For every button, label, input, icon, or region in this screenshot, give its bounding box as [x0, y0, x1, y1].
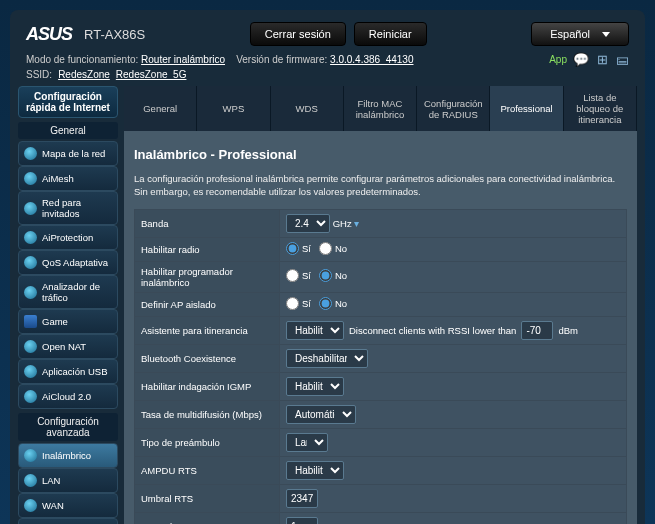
ssid-label: SSID: — [26, 69, 52, 80]
row-igmp-label: Habilitar indagación IGMP — [135, 372, 280, 400]
roam-select[interactable]: Habilitar — [286, 321, 344, 340]
tab-filtro-mac-inalámbrico[interactable]: Filtro MAC inalámbrico — [344, 86, 417, 131]
sidebar-item-analizador-de-tráfico[interactable]: Analizador de tráfico — [18, 275, 118, 309]
tab-wds[interactable]: WDS — [271, 86, 344, 131]
row-ampdurts-label: AMPDU RTS — [135, 456, 280, 484]
row-sched-label: Habilitar programador inalámbrico — [135, 261, 280, 292]
sched-no[interactable] — [319, 269, 332, 282]
fw-label: Versión de firmware: — [236, 54, 327, 65]
row-rts-label: Umbral RTS — [135, 484, 280, 512]
tab-configuración-de-radius[interactable]: Configuración de RADIUS — [417, 86, 490, 131]
menu-icon — [24, 365, 37, 378]
tab-professional[interactable]: Professional — [490, 86, 563, 131]
menu-icon — [24, 499, 37, 512]
menu-icon — [24, 315, 37, 328]
tab-general[interactable]: General — [124, 86, 197, 131]
mode-link[interactable]: Router inalámbrico — [141, 54, 225, 65]
preamble-select[interactable]: Largo — [286, 433, 328, 452]
menu-icon — [24, 202, 37, 215]
sched-yes[interactable] — [286, 269, 299, 282]
row-band-label: Banda — [135, 209, 280, 237]
brand-logo: ASUS — [26, 24, 72, 45]
sidebar-item-mapa-de-la-red[interactable]: Mapa de la red — [18, 141, 118, 166]
sidebar-label: Game — [42, 316, 68, 327]
band-unit: GHz — [333, 218, 352, 229]
row-bt-label: Bluetooth Coexistence — [135, 344, 280, 372]
section-general: General — [18, 122, 118, 139]
menu-icon — [24, 449, 37, 462]
tab-wps[interactable]: WPS — [197, 86, 270, 131]
sidebar-label: Red para invitados — [42, 197, 112, 219]
tab-lista-de-bloqueo-de-itinerancia[interactable]: Lista de bloqueo de itinerancia — [564, 86, 637, 131]
sidebar-item-red-para-invitados[interactable]: Red para invitados — [18, 191, 118, 225]
radio-no[interactable] — [319, 242, 332, 255]
sidebar-item-game[interactable]: Game — [18, 309, 118, 334]
sidebar-item-amazon-alexa[interactable]: Amazon Alexa — [18, 518, 118, 524]
sidebar-label: Open NAT — [42, 341, 86, 352]
row-mcast-label: Tasa de multidifusión (Mbps) — [135, 400, 280, 428]
roam-text1: Disconnect clients with RSSI lower than — [349, 325, 516, 336]
igmp-select[interactable]: Habilitar — [286, 377, 344, 396]
apiso-no[interactable] — [319, 297, 332, 310]
sidebar-label: Analizador de tráfico — [42, 281, 112, 303]
sidebar-item-aplicación-usb[interactable]: Aplicación USB — [18, 359, 118, 384]
menu-icon — [24, 390, 37, 403]
feedback-icon[interactable]: 💬 — [573, 52, 589, 67]
sidebar-item-qos-adaptativa[interactable]: QoS Adaptativa — [18, 250, 118, 275]
row-preamble-label: Tipo de preámbulo — [135, 428, 280, 456]
menu-icon — [24, 231, 37, 244]
sidebar-label: AiProtection — [42, 232, 93, 243]
logout-button[interactable]: Cerrar sesión — [250, 22, 346, 46]
menu-icon — [24, 147, 37, 160]
sidebar-item-aiprotection[interactable]: AiProtection — [18, 225, 118, 250]
quick-setup-button[interactable]: Configuración rápida de Internet — [18, 86, 118, 118]
bt-select[interactable]: Deshabilitar — [286, 349, 368, 368]
sidebar-label: Inalámbrico — [42, 450, 91, 461]
band-select[interactable]: 2.4 — [286, 214, 330, 233]
netmap-icon[interactable]: ⊞ — [597, 52, 608, 67]
reboot-button[interactable]: Reiniciar — [354, 22, 427, 46]
sidebar-label: Mapa de la red — [42, 148, 105, 159]
menu-icon — [24, 256, 37, 269]
sidebar-label: LAN — [42, 475, 60, 486]
sidebar-label: Aplicación USB — [42, 366, 107, 377]
sidebar-item-open-nat[interactable]: Open NAT — [18, 334, 118, 359]
ampdurts-select[interactable]: Habilitar — [286, 461, 344, 480]
sidebar-label: AiMesh — [42, 173, 74, 184]
rssi-input[interactable] — [521, 321, 553, 340]
sidebar-item-aimesh[interactable]: AiMesh — [18, 166, 118, 191]
radio-yes[interactable] — [286, 242, 299, 255]
apiso-yes[interactable] — [286, 297, 299, 310]
panel-title: Inalámbrico - Professional — [134, 141, 627, 172]
mode-label: Modo de funcionamiento: — [26, 54, 138, 65]
language-selector[interactable]: Español — [531, 22, 629, 46]
row-apiso-label: Definir AP aislado — [135, 292, 280, 316]
ssid1-link[interactable]: RedesZone — [58, 69, 110, 80]
sidebar-item-wan[interactable]: WAN — [18, 493, 118, 518]
rts-input[interactable] — [286, 489, 318, 508]
app-link[interactable]: App — [549, 54, 567, 65]
menu-icon — [24, 474, 37, 487]
menu-icon — [24, 172, 37, 185]
sidebar-item-aicloud-2.0[interactable]: AiCloud 2.0 — [18, 384, 118, 409]
row-roam-label: Asistente para itinerancia — [135, 316, 280, 344]
row-radio-label: Habilitar radio — [135, 237, 280, 261]
sidebar-item-lan[interactable]: LAN — [18, 468, 118, 493]
usb-icon[interactable]: 🖴 — [616, 52, 629, 67]
mcast-select[interactable]: Automático — [286, 405, 356, 424]
row-dtim-label: Intervalo DTIM — [135, 512, 280, 524]
model-label: RT-AX86S — [84, 27, 145, 42]
chevron-down-icon — [602, 32, 610, 37]
sidebar-label: AiCloud 2.0 — [42, 391, 91, 402]
sidebar-label: WAN — [42, 500, 64, 511]
roam-text2: dBm — [558, 325, 578, 336]
menu-icon — [24, 286, 37, 299]
sidebar-label: QoS Adaptativa — [42, 257, 108, 268]
section-advanced: Configuración avanzada — [18, 413, 118, 441]
ssid2-link[interactable]: RedesZone_5G — [116, 69, 187, 80]
panel-desc: La configuración profesional inalámbrica… — [134, 172, 627, 199]
dtim-input[interactable] — [286, 517, 318, 524]
sidebar-item-inalámbrico[interactable]: Inalámbrico — [18, 443, 118, 468]
fw-link[interactable]: 3.0.0.4.386_44130 — [330, 54, 413, 65]
menu-icon — [24, 340, 37, 353]
